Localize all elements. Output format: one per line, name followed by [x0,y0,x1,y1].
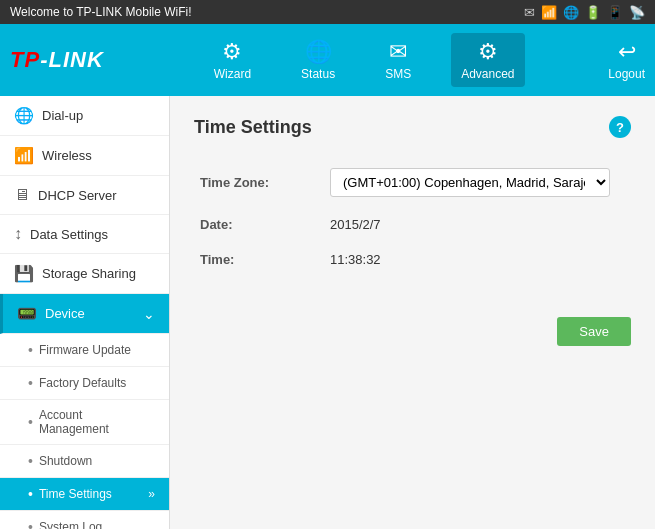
wireless-icon: 📶 [14,146,34,165]
sidebar-label-wireless: Wireless [42,148,92,163]
status-icons: ✉ 📶 🌐 🔋 📱 📡 [524,5,645,20]
logo: TP-LINK [10,47,120,73]
logout-label: Logout [608,67,645,81]
page-title: Time Settings [194,117,312,138]
sub-item-time-settings[interactable]: Time Settings » [0,478,169,511]
sidebar-item-dhcp[interactable]: 🖥 DHCP Server [0,176,169,215]
dhcp-icon: 🖥 [14,186,30,204]
date-row: Date: 2015/2/7 [194,207,631,242]
sidebar-label-device: Device [45,306,85,321]
wizard-icon: ⚙ [222,39,242,65]
time-value: 11:38:32 [324,242,631,277]
welcome-bar: Welcome to TP-LINK Mobile WiFi! ✉ 📶 🌐 🔋 … [0,0,655,24]
content-header: Time Settings ? [194,116,631,138]
timezone-value-cell: (GMT+01:00) Copenhagen, Madrid, Sarajevo [324,158,631,207]
welcome-text: Welcome to TP-LINK Mobile WiFi! [10,5,192,19]
time-label: Time: [194,242,324,277]
sidebar-label-storage: Storage Sharing [42,266,136,281]
logout-button[interactable]: ↩ Logout [608,39,645,81]
sidebar-item-dial-up[interactable]: 🌐 Dial-up [0,96,169,136]
nav-status[interactable]: 🌐 Status [291,33,345,87]
sms-icon: ✉ [389,39,407,65]
active-arrow-icon: » [148,487,155,501]
main-layout: 🌐 Dial-up 📶 Wireless 🖥 DHCP Server ↕ Dat… [0,96,655,529]
date-value: 2015/2/7 [324,207,631,242]
email-icon: ✉ [524,5,535,20]
battery-icon: 🔋 [585,5,601,20]
chevron-down-icon: ⌄ [143,306,155,322]
advanced-icon: ⚙ [478,39,498,65]
sidebar-item-storage[interactable]: 💾 Storage Sharing [0,254,169,294]
nav-advanced[interactable]: ⚙ Advanced [451,33,524,87]
nav-advanced-label: Advanced [461,67,514,81]
nav-sms[interactable]: ✉ SMS [375,33,421,87]
help-button[interactable]: ? [609,116,631,138]
sidebar: 🌐 Dial-up 📶 Wireless 🖥 DHCP Server ↕ Dat… [0,96,170,529]
timezone-label: Time Zone: [194,158,324,207]
sub-label-account: Account Management [39,408,155,436]
nav-sms-label: SMS [385,67,411,81]
sub-item-factory[interactable]: Factory Defaults [0,367,169,400]
data-settings-icon: ↕ [14,225,22,243]
nav-items: ⚙ Wizard 🌐 Status ✉ SMS ⚙ Advanced [120,33,608,87]
sub-item-shutdown[interactable]: Shutdown [0,445,169,478]
time-row: Time: 11:38:32 [194,242,631,277]
sidebar-label-data-settings: Data Settings [30,227,108,242]
settings-form: Time Zone: (GMT+01:00) Copenhagen, Madri… [194,158,631,277]
status-nav-icon: 🌐 [305,39,332,65]
device-icon: 📟 [17,304,37,323]
storage-icon: 💾 [14,264,34,283]
timezone-select[interactable]: (GMT+01:00) Copenhagen, Madrid, Sarajevo [330,168,610,197]
sub-item-account[interactable]: Account Management [0,400,169,445]
sub-item-system-log[interactable]: System Log [0,511,169,529]
nav-wizard[interactable]: ⚙ Wizard [204,33,261,87]
dial-up-icon: 🌐 [14,106,34,125]
sidebar-label-dhcp: DHCP Server [38,188,117,203]
timezone-row: Time Zone: (GMT+01:00) Copenhagen, Madri… [194,158,631,207]
sub-label-time-settings: Time Settings [39,487,112,501]
sidebar-item-data-settings[interactable]: ↕ Data Settings [0,215,169,254]
wifi-status-icon: 📡 [629,5,645,20]
save-button[interactable]: Save [557,317,631,346]
nav-wizard-label: Wizard [214,67,251,81]
sidebar-item-device[interactable]: 📟 Device ⌄ [0,294,169,334]
content-area: Time Settings ? Time Zone: (GMT+01:00) C… [170,96,655,529]
logout-icon: ↩ [618,39,636,65]
sim-icon: 📱 [607,5,623,20]
sidebar-item-wireless[interactable]: 📶 Wireless [0,136,169,176]
sub-label-firmware: Firmware Update [39,343,131,357]
nav-status-label: Status [301,67,335,81]
sidebar-label-dial-up: Dial-up [42,108,83,123]
sub-label-factory: Factory Defaults [39,376,126,390]
sub-label-shutdown: Shutdown [39,454,92,468]
sub-item-firmware[interactable]: Firmware Update [0,334,169,367]
signal-bar-icon: 📶 [541,5,557,20]
help-label: ? [616,120,624,135]
header: TP-LINK ⚙ Wizard 🌐 Status ✉ SMS ⚙ Advanc… [0,24,655,96]
sub-label-system-log: System Log [39,520,102,529]
date-label: Date: [194,207,324,242]
globe-status-icon: 🌐 [563,5,579,20]
